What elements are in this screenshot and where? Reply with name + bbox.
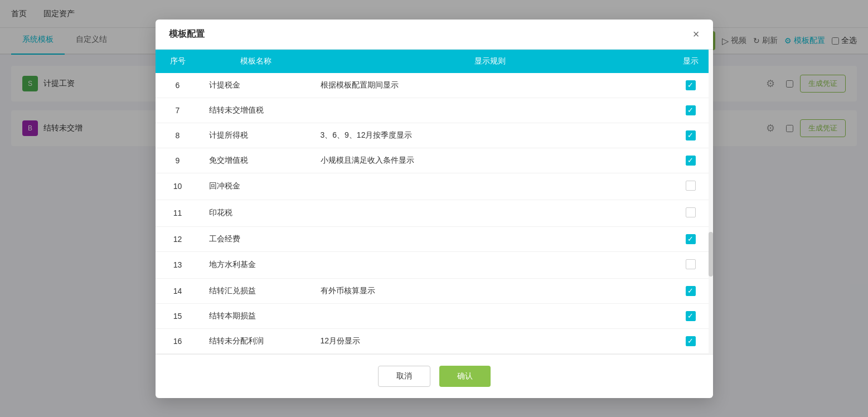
row-display [668,278,713,303]
display-checkbox[interactable] [686,311,696,321]
table-row: 6计提税金根据模板配置期间显示 [156,73,713,98]
row-rule [312,173,668,200]
display-checkbox[interactable] [686,181,696,191]
cancel-button[interactable]: 取消 [378,366,430,387]
confirm-button[interactable]: 确认 [439,366,491,387]
modal-title: 模板配置 [169,28,205,40]
row-id: 10 [156,173,200,200]
display-checkbox[interactable] [686,234,696,244]
row-name: 结转本期损益 [200,303,312,328]
row-name: 地方水利基金 [200,251,312,278]
display-checkbox[interactable] [686,286,696,296]
table-row: 12工会经费 [156,226,713,251]
col-header-id: 序号 [156,50,200,73]
row-rule [312,303,668,328]
scroll-track[interactable] [709,50,713,354]
scroll-thumb [709,232,713,277]
table-row: 16结转未分配利润12月份显示 [156,328,713,353]
row-display [668,328,713,353]
table-wrapper: 序号 模板名称 显示规则 显示 6计提税金根据模板配置期间显示7结转未交增值税8… [156,50,713,354]
row-rule: 小规模且满足收入条件显示 [312,148,668,173]
row-rule [312,200,668,226]
table-row: 14结转汇兑损益有外币核算显示 [156,278,713,303]
col-header-name: 模板名称 [200,50,312,73]
display-checkbox[interactable] [686,259,696,269]
display-checkbox[interactable] [686,105,696,115]
table-row: 8计提所得税3、6、9、12月按季度显示 [156,123,713,148]
row-name: 结转未分配利润 [200,328,312,353]
row-display [668,123,713,148]
row-display [668,98,713,123]
row-id: 13 [156,251,200,278]
row-rule: 有外币核算显示 [312,278,668,303]
row-id: 6 [156,73,200,98]
display-checkbox[interactable] [686,80,696,90]
table-body: 6计提税金根据模板配置期间显示7结转未交增值税8计提所得税3、6、9、12月按季… [156,73,713,354]
row-id: 14 [156,278,200,303]
row-name: 结转汇兑损益 [200,278,312,303]
modal-overlay: 模板配置 × 序号 模板名称 显示规则 显示 6计提税金根据模板配置期间显 [0,0,868,417]
modal-header: 模板配置 × [156,20,713,50]
row-name: 计提税金 [200,73,312,98]
row-id: 11 [156,200,200,226]
row-rule: 3、6、9、12月按季度显示 [312,123,668,148]
table-row: 13地方水利基金 [156,251,713,278]
table-row: 9免交增值税小规模且满足收入条件显示 [156,148,713,173]
modal-template-config: 模板配置 × 序号 模板名称 显示规则 显示 6计提税金根据模板配置期间显 [156,20,713,398]
row-display [668,303,713,328]
row-rule: 根据模板配置期间显示 [312,73,668,98]
row-name: 结转未交增值税 [200,98,312,123]
row-id: 9 [156,148,200,173]
row-name: 工会经费 [200,226,312,251]
row-id: 16 [156,328,200,353]
config-table: 序号 模板名称 显示规则 显示 6计提税金根据模板配置期间显示7结转未交增值税8… [156,50,713,354]
row-rule [312,226,668,251]
modal-body: 序号 模板名称 显示规则 显示 6计提税金根据模板配置期间显示7结转未交增值税8… [156,50,713,354]
table-row: 11印花税 [156,200,713,226]
row-display [668,251,713,278]
row-rule [312,98,668,123]
table-row: 15结转本期损益 [156,303,713,328]
col-header-display: 显示 [668,50,713,73]
row-display [668,226,713,251]
row-id: 15 [156,303,200,328]
row-rule [312,251,668,278]
row-rule: 12月份显示 [312,328,668,353]
row-name: 计提所得税 [200,123,312,148]
display-checkbox[interactable] [686,207,696,217]
row-id: 7 [156,98,200,123]
display-checkbox[interactable] [686,156,696,166]
display-checkbox[interactable] [686,130,696,140]
row-name: 免交增值税 [200,148,312,173]
row-display [668,148,713,173]
row-id: 12 [156,226,200,251]
modal-close-button[interactable]: × [693,28,700,40]
row-display [668,200,713,226]
modal-footer: 取消 确认 [156,354,713,398]
row-display [668,173,713,200]
display-checkbox[interactable] [686,336,696,346]
row-name: 印花税 [200,200,312,226]
row-name: 回冲税金 [200,173,312,200]
row-id: 8 [156,123,200,148]
table-header: 序号 模板名称 显示规则 显示 [156,50,713,73]
table-row: 7结转未交增值税 [156,98,713,123]
row-display [668,73,713,98]
table-row: 10回冲税金 [156,173,713,200]
col-header-rule: 显示规则 [312,50,668,73]
